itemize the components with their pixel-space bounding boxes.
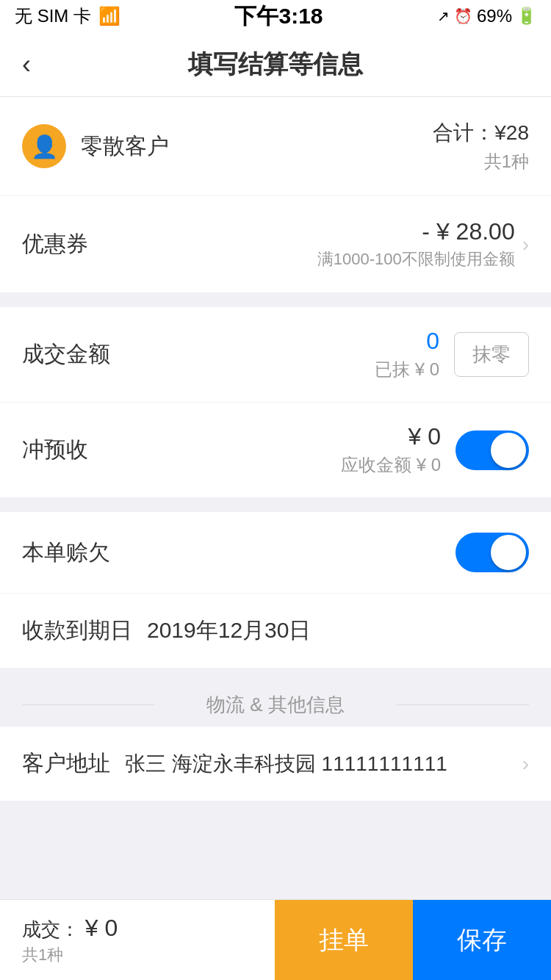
coupon-row[interactable]: 优惠券 - ¥ 28.00 满1000-100不限制使用金额 › bbox=[0, 195, 551, 292]
address-row[interactable]: 客户地址 张三 海淀永丰科技园 11111111111 › bbox=[0, 727, 551, 801]
bottom-deal-label-value: 成交： ¥ 0 bbox=[22, 915, 253, 943]
due-date-value: 2019年12月30日 bbox=[147, 616, 311, 646]
prepay-label: 冲预收 bbox=[22, 435, 88, 465]
customer-total: 合计：¥28 bbox=[433, 119, 529, 147]
transaction-card: 成交金额 0 已抹 ¥ 0 抹零 冲预收 ¥ 0 应收金额 ¥ 0 bbox=[0, 307, 551, 497]
customer-avatar: 👤 bbox=[22, 124, 66, 168]
customer-row: 👤 零散客户 合计：¥28 共1种 bbox=[0, 97, 551, 195]
transaction-sub: 已抹 ¥ 0 bbox=[375, 358, 439, 381]
customer-count: 共1种 bbox=[433, 150, 529, 173]
coupon-info: - ¥ 28.00 满1000-100不限制使用金额 bbox=[317, 218, 515, 270]
address-label: 客户地址 bbox=[22, 749, 110, 779]
page-title: 填写结算等信息 bbox=[188, 48, 363, 82]
coupon-amount: - ¥ 28.00 bbox=[317, 218, 515, 245]
prepay-value-group: ¥ 0 应收金额 ¥ 0 bbox=[341, 423, 441, 477]
logistics-label: 物流 & 其他信息 bbox=[206, 692, 345, 718]
bottom-deal-value: ¥ 0 bbox=[85, 915, 118, 941]
transaction-right: 0 已抹 ¥ 0 抹零 bbox=[375, 328, 529, 381]
avatar-icon: 👤 bbox=[31, 134, 58, 159]
bottom-deal-info: 成交： ¥ 0 共1种 bbox=[0, 915, 275, 966]
prepay-amount: ¥ 0 bbox=[341, 423, 441, 450]
prepay-row: 冲预收 ¥ 0 应收金额 ¥ 0 bbox=[0, 403, 551, 497]
round-zero-button[interactable]: 抹零 bbox=[454, 332, 529, 377]
coupon-right: - ¥ 28.00 满1000-100不限制使用金额 › bbox=[317, 218, 529, 270]
battery-icon: 🔋 bbox=[516, 7, 536, 26]
alarm-icon: ⏰ bbox=[454, 7, 472, 25]
due-date-row: 收款到期日 2019年12月30日 bbox=[0, 594, 551, 668]
customer-name: 零散客户 bbox=[81, 131, 169, 162]
logistics-divider: 物流 & 其他信息 bbox=[0, 682, 551, 727]
status-time: 下午3:18 bbox=[234, 1, 323, 32]
customer-info-right: 合计：¥28 共1种 bbox=[433, 119, 529, 173]
transaction-label: 成交金额 bbox=[22, 339, 110, 370]
debt-row: 本单赊欠 bbox=[0, 512, 551, 594]
transaction-value-group: 0 已抹 ¥ 0 bbox=[375, 328, 439, 381]
prepay-right: ¥ 0 应收金额 ¥ 0 bbox=[341, 423, 529, 477]
due-date-label: 收款到期日 bbox=[22, 616, 132, 646]
debt-toggle-knob bbox=[491, 535, 526, 570]
address-value: 张三 海淀永丰科技园 11111111111 bbox=[125, 750, 522, 778]
prepay-sub: 应收金额 ¥ 0 bbox=[341, 453, 441, 477]
status-left: 无 SIM 卡 📶 bbox=[15, 4, 120, 28]
chevron-right-icon: › bbox=[522, 233, 529, 256]
customer-card: 👤 零散客户 合计：¥28 共1种 优惠券 - ¥ 28.00 满1000-10… bbox=[0, 97, 551, 292]
nav-bar: ‹ 填写结算等信息 bbox=[0, 32, 551, 97]
bottom-bar: 成交： ¥ 0 共1种 挂单 保存 bbox=[0, 899, 551, 980]
bottom-deal-count: 共1种 bbox=[22, 944, 253, 966]
bottom-deal-label: 成交： bbox=[22, 918, 79, 940]
hold-button[interactable]: 挂单 bbox=[275, 900, 413, 981]
customer-info-left: 👤 零散客户 bbox=[22, 124, 169, 168]
toggle-knob bbox=[491, 433, 526, 468]
save-button[interactable]: 保存 bbox=[413, 900, 551, 981]
coupon-label: 优惠券 bbox=[22, 229, 88, 259]
carrier-text: 无 SIM 卡 bbox=[15, 4, 91, 28]
back-button[interactable]: ‹ bbox=[22, 49, 31, 80]
transaction-value: 0 bbox=[375, 328, 439, 355]
content-area: 👤 零散客户 合计：¥28 共1种 优惠券 - ¥ 28.00 满1000-10… bbox=[0, 97, 551, 904]
debt-toggle[interactable] bbox=[455, 533, 529, 572]
wifi-icon: 📶 bbox=[98, 6, 120, 26]
battery-text: 69% bbox=[477, 6, 512, 26]
status-right: ↗ ⏰ 69% 🔋 bbox=[437, 6, 536, 26]
location-icon: ↗ bbox=[437, 7, 450, 25]
debt-label: 本单赊欠 bbox=[22, 538, 110, 568]
address-chevron-icon: › bbox=[522, 752, 529, 776]
status-bar: 无 SIM 卡 📶 下午3:18 ↗ ⏰ 69% 🔋 bbox=[0, 0, 551, 32]
prepay-toggle[interactable] bbox=[455, 430, 529, 470]
debt-right bbox=[455, 533, 529, 572]
debt-card: 本单赊欠 收款到期日 2019年12月30日 bbox=[0, 512, 551, 668]
transaction-row: 成交金额 0 已抹 ¥ 0 抹零 bbox=[0, 307, 551, 403]
coupon-desc: 满1000-100不限制使用金额 bbox=[317, 248, 515, 270]
